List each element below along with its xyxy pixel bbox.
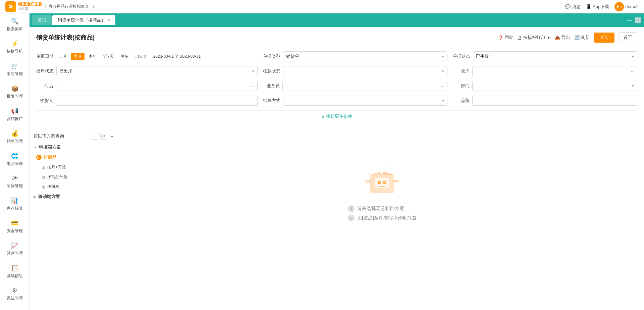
date-this-month-tab[interactable]: 本月 bbox=[71, 53, 85, 60]
product-input[interactable] bbox=[56, 81, 258, 91]
left-panel: 按以下方案查询 + ⚙ « bbox=[30, 127, 120, 254]
out-status-input[interactable] bbox=[56, 66, 258, 76]
sidebar-item-marketing[interactable]: 📢 营销推广 bbox=[0, 103, 29, 126]
collect-status-label: 收款状态 bbox=[263, 68, 280, 74]
user-area[interactable]: Ea demo2 bbox=[614, 2, 639, 11]
app-dropdown-icon[interactable]: ▼ bbox=[92, 5, 95, 8]
message-icon: 💬 bbox=[565, 4, 571, 9]
tree-by-cashier[interactable]: ▦ 按司机 bbox=[30, 182, 120, 192]
collect-status-input[interactable] bbox=[283, 66, 447, 76]
product-filter-item: 商品 ··· bbox=[36, 81, 258, 91]
date-recent7-tab[interactable]: 近7天 bbox=[101, 53, 116, 60]
receiver-filter-item: 收货人 ··· bbox=[36, 96, 258, 106]
step-num-2: 2 bbox=[348, 215, 355, 221]
print-button[interactable]: 🖨 按模板打印 ▼ bbox=[518, 35, 551, 41]
sidebar-item-inventory[interactable]: 📊 库存核算 bbox=[0, 193, 29, 215]
sidebar-item-search[interactable]: 🔍 搜索菜单 bbox=[0, 13, 29, 36]
tab-active[interactable]: 销货单统计表（按商品） × bbox=[52, 15, 115, 25]
settings-solution-button[interactable]: ⚙ bbox=[100, 133, 107, 140]
tree-mobile-solution[interactable]: ▶ 移动端方案 bbox=[30, 192, 120, 202]
doc-type-filter-item: 单据类型 ▼ bbox=[263, 51, 447, 61]
brand-input[interactable] bbox=[472, 96, 637, 106]
query-button[interactable]: 查询 bbox=[594, 33, 614, 43]
message-button[interactable]: 💬 消息 bbox=[565, 4, 581, 10]
split-layout: 按以下方案查询 + ⚙ « bbox=[30, 127, 644, 254]
collapse-panel-button[interactable]: « bbox=[109, 133, 116, 140]
content-area: 首页 销货单统计表（按商品） × — ⬜ 销货单统计表(按商品) bbox=[30, 13, 644, 310]
wholesale-icon: 📦 bbox=[11, 85, 18, 92]
doc-type-input[interactable] bbox=[283, 51, 447, 61]
sidebar-item-quicknav[interactable]: ⚡ 快捷导航 bbox=[0, 36, 29, 58]
settlement-control: ▼ bbox=[283, 96, 447, 106]
empty-illustration: ✦ ✦ ✦ bbox=[362, 160, 402, 200]
left-panel-header: 按以下方案查询 + ⚙ « bbox=[30, 132, 120, 142]
sidebar-item-retail[interactable]: 🛒 零售管理 bbox=[0, 58, 29, 81]
dept-label: 部门 bbox=[453, 83, 470, 89]
tree-sub-icon-3: ▦ bbox=[42, 185, 45, 189]
print-dropdown-icon: ▼ bbox=[546, 35, 551, 40]
date-last-month-tab[interactable]: 上月 bbox=[56, 53, 70, 60]
settlement-label: 结算方式 bbox=[263, 98, 280, 104]
date-custom-tab[interactable]: 自定义 bbox=[132, 53, 150, 60]
warehouse-input[interactable] bbox=[472, 66, 637, 76]
sidebar-item-sales[interactable]: 💰 销售管理 bbox=[0, 126, 29, 148]
ecommerce-icon: 🌐 bbox=[11, 152, 18, 160]
sidebar-item-system[interactable]: ⚙ 系统管理 bbox=[0, 283, 29, 305]
product-label: 商品 bbox=[36, 83, 53, 89]
add-solution-button[interactable]: + bbox=[92, 133, 98, 140]
svg-text:✦: ✦ bbox=[389, 165, 390, 167]
tree-by-month-product[interactable]: ▦ 按月+商品 bbox=[30, 162, 120, 172]
sidebar-item-enterprise[interactable]: 🤝 企业协同 bbox=[0, 305, 29, 310]
collapse-more-button[interactable]: ∧ 收起更多条件 bbox=[36, 110, 637, 122]
finance-icon: 💳 bbox=[11, 219, 18, 227]
filter-row-1: 单据日期 上月 本月 本年 近7天 更多 自定义 20 bbox=[36, 51, 637, 61]
dept-input[interactable] bbox=[472, 81, 637, 91]
empty-state: ✦ ✦ ✦ 1 请先选择要分析的方案 2 bbox=[127, 133, 637, 248]
window-maximize-button[interactable]: ⬜ bbox=[635, 17, 641, 23]
window-minimize-button[interactable]: — bbox=[627, 17, 632, 23]
sidebar-item-ecommerce[interactable]: 🌐 电商管理 bbox=[0, 148, 29, 171]
business-icon: 📈 bbox=[11, 242, 18, 249]
salesperson-input[interactable] bbox=[282, 81, 447, 91]
help-button[interactable]: ❓ 帮助 bbox=[498, 35, 514, 41]
receiver-label: 收货人 bbox=[36, 98, 53, 104]
sidebar-item-finance[interactable]: 💳 资金管理 bbox=[0, 215, 29, 238]
receiver-input[interactable] bbox=[56, 96, 258, 106]
tab-home[interactable]: 首页 bbox=[32, 15, 52, 25]
tree-mobile-expand-icon: ▶ bbox=[34, 195, 36, 199]
sidebar: 🔍 搜索菜单 ⚡ 快捷导航 🛒 零售管理 📦 批发管理 📢 营销推广 💰 bbox=[0, 13, 30, 310]
tree-pc-solution[interactable]: ▼ 电脑端方案 bbox=[30, 142, 120, 152]
filter-row-3: 商品 ··· 业务员 ··· bbox=[36, 81, 637, 91]
top-bar: 好 畅捷通好生意 标签页 | 办公用品行业模拟账套 ▼ 💬 消息 📱 App下载 bbox=[0, 0, 644, 13]
export-button[interactable]: 📤 导出 bbox=[555, 35, 570, 41]
sidebar-item-wholesale[interactable]: 📦 批发管理 bbox=[0, 81, 29, 103]
app-download-button[interactable]: 📱 App下载 bbox=[586, 4, 609, 10]
tab-close-button[interactable]: × bbox=[108, 18, 110, 22]
tree-by-product[interactable]: 按 按商品 bbox=[30, 152, 120, 162]
step-num-1: 1 bbox=[348, 205, 355, 212]
refresh-button[interactable]: 🔄 刷新 bbox=[574, 35, 590, 41]
retail-icon: 🛒 bbox=[11, 62, 18, 70]
tree-by-product-category[interactable]: ▦ 按商品分类 bbox=[30, 172, 120, 182]
export-icon: 📤 bbox=[555, 35, 560, 40]
print-icon: 🖨 bbox=[518, 35, 522, 40]
doc-status-filter-item: 单据状态 ▼ bbox=[453, 51, 637, 61]
svg-text:✦: ✦ bbox=[394, 171, 396, 174]
doc-type-control: ▼ bbox=[283, 51, 447, 61]
add-icon: + bbox=[94, 134, 96, 139]
top-bar-right: 💬 消息 📱 App下载 Ea demo2 bbox=[565, 2, 639, 11]
right-panel: ✦ ✦ ✦ 1 请先选择要分析的方案 2 bbox=[120, 127, 644, 254]
settings-button[interactable]: 设置 bbox=[619, 32, 637, 43]
settlement-input[interactable] bbox=[283, 96, 447, 106]
settlement-filter-item: 结算方式 ▼ bbox=[263, 96, 447, 106]
warehouse-control: ··· bbox=[472, 66, 637, 76]
sidebar-item-basic[interactable]: 📋 基础信息 bbox=[0, 260, 29, 283]
date-more-tab[interactable]: 更多 bbox=[118, 53, 131, 60]
sidebar-item-purchase[interactable]: 🛍 采购管理 bbox=[0, 171, 29, 193]
date-filter-item: 单据日期 上月 本月 本年 近7天 更多 自定义 20 bbox=[36, 53, 258, 60]
doc-status-input[interactable] bbox=[473, 51, 637, 61]
date-this-year-tab[interactable]: 本年 bbox=[86, 53, 99, 60]
salesperson-filter-item: 业务员 ··· bbox=[263, 81, 447, 91]
sidebar-item-business[interactable]: 📈 经营管理 bbox=[0, 238, 29, 260]
collect-status-filter-item: 收款状态 ▼ bbox=[263, 66, 447, 76]
